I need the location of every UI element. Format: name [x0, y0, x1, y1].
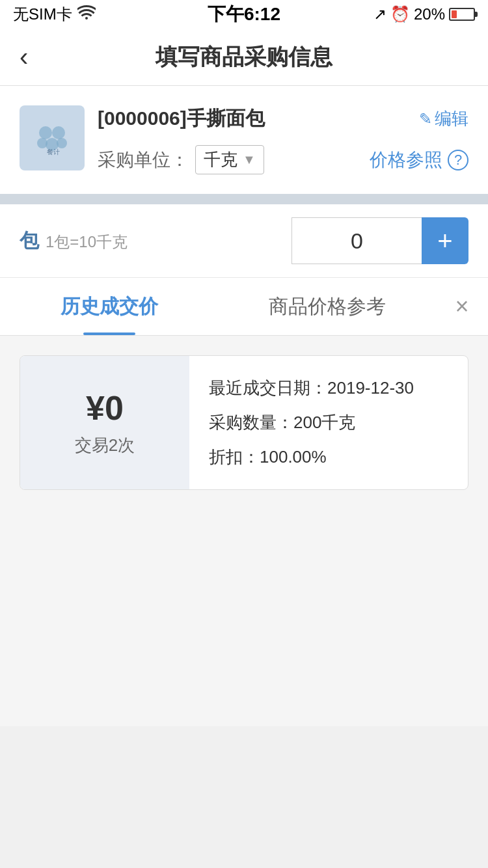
status-bar: 无SIM卡 下午6:12 ↗ ⏰ 20%	[0, 0, 488, 29]
unit-row: 采购单位： 千克 ▼ 价格参照 ?	[98, 145, 468, 174]
quantity-input[interactable]: 0	[291, 217, 422, 264]
tab-product-price-ref[interactable]: 商品价格参考	[218, 278, 436, 335]
product-name-row: [0000006]手撕面包 ✎ 编辑	[98, 105, 468, 132]
status-time: 下午6:12	[208, 2, 280, 27]
price-ref-help-icon: ?	[448, 150, 468, 170]
quantity-conversion: 1包=10千克	[46, 232, 128, 252]
purchase-qty-row: 采购数量：200千克	[209, 410, 448, 435]
status-left: 无SIM卡	[13, 4, 96, 25]
transaction-card: ¥0 交易2次 最近成交日期：2019-12-30 采购数量：200千克 折扣：…	[20, 355, 468, 490]
svg-text:餐计: 餐计	[47, 148, 60, 156]
carrier-label: 无SIM卡	[13, 4, 72, 25]
tab-close-button[interactable]: ×	[436, 278, 488, 335]
card-right: 最近成交日期：2019-12-30 采购数量：200千克 折扣：100.00%	[189, 356, 468, 489]
quantity-row: 包 1包=10千克 0 +	[0, 204, 488, 278]
battery-percent: 20%	[414, 5, 445, 23]
status-right: ↗ ⏰ 20%	[373, 5, 475, 23]
tab-bar: 历史成交价 商品价格参考 ×	[0, 278, 488, 336]
unit-label: 采购单位： 千克 ▼	[98, 145, 264, 174]
tab-content: ¥0 交易2次 最近成交日期：2019-12-30 采购数量：200千克 折扣：…	[0, 336, 488, 726]
discount-row: 折扣：100.00%	[209, 444, 448, 470]
back-button[interactable]: ‹	[13, 36, 34, 78]
product-header: 餐计 [0000006]手撕面包 ✎ 编辑 采购单位： 千克 ▼	[20, 105, 468, 174]
section-divider	[0, 194, 488, 204]
alarm-icon: ⏰	[390, 5, 410, 23]
product-section: 餐计 [0000006]手撕面包 ✎ 编辑 采购单位： 千克 ▼	[0, 86, 488, 194]
svg-point-1	[52, 126, 65, 139]
edit-button[interactable]: ✎ 编辑	[419, 107, 468, 130]
svg-point-4	[57, 138, 67, 148]
card-left: ¥0 交易2次	[20, 356, 189, 489]
nav-bar: ‹ 填写商品采购信息	[0, 29, 488, 86]
product-name: [0000006]手撕面包	[98, 105, 265, 132]
transaction-price: ¥0	[86, 388, 124, 427]
unit-select-dropdown[interactable]: 千克 ▼	[195, 145, 264, 174]
edit-icon: ✎	[419, 110, 432, 128]
dropdown-arrow-icon: ▼	[243, 152, 256, 167]
quantity-unit: 包	[20, 228, 39, 254]
trade-count: 交易2次	[75, 434, 135, 457]
quantity-label: 包 1包=10千克	[20, 228, 128, 254]
quantity-input-area: 0 +	[291, 217, 468, 264]
product-thumbnail: 餐计	[20, 105, 85, 170]
product-info: [0000006]手撕面包 ✎ 编辑 采购单位： 千克 ▼ 价格参照 ?	[98, 105, 468, 174]
location-icon: ↗	[373, 5, 386, 23]
price-ref-button[interactable]: 价格参照 ?	[370, 148, 468, 172]
recent-date-row: 最近成交日期：2019-12-30	[209, 375, 448, 401]
quantity-plus-button[interactable]: +	[422, 217, 468, 264]
tab-history-price[interactable]: 历史成交价	[0, 278, 218, 335]
svg-point-0	[39, 126, 52, 139]
page-title: 填写商品采购信息	[156, 42, 332, 72]
battery-icon	[449, 8, 475, 21]
wifi-icon	[77, 5, 96, 23]
